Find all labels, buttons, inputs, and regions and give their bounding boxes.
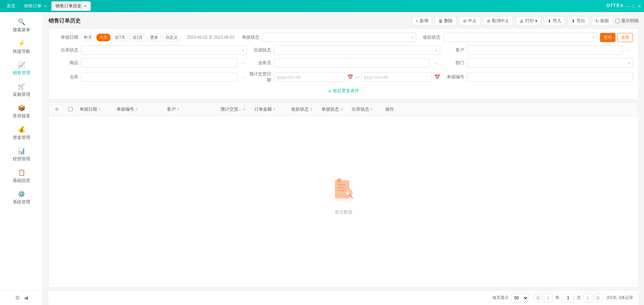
goods-input[interactable] (81, 58, 237, 68)
import-button[interactable]: ⬇ 导入 (544, 16, 565, 26)
new-button[interactable]: + 新增 (412, 16, 432, 26)
show-detail-checkbox-label[interactable]: 显示明细 (615, 18, 639, 24)
refresh-button[interactable]: ↻ 刷新 (592, 16, 613, 26)
payment-status-arrow-icon: ▾ (593, 36, 594, 39)
svg-point-10 (338, 180, 339, 181)
tab-home[interactable]: 首页 (3, 1, 19, 11)
empty-state: 暂无数据 (49, 116, 638, 287)
svg-rect-3 (337, 184, 345, 185)
cancel-stop-button[interactable]: ⊘ 取消中止 (483, 16, 513, 26)
page-size-select[interactable]: 20 50 100 (511, 294, 528, 302)
delivery-to-input[interactable] (361, 72, 432, 82)
page-unit: 页 (575, 295, 582, 301)
date-yesterday[interactable]: 昨天 (81, 34, 95, 41)
sidebar-item-quick-nav[interactable]: ⚡ 快捷导航 (0, 36, 43, 58)
th-bill-date[interactable]: 单据日期 ⇅ (77, 106, 114, 112)
date-7days[interactable]: 近7天 (112, 34, 128, 41)
tab-sales-order[interactable]: 销售订单 ✕ (20, 1, 51, 11)
label-bill-status: 单据状态 (235, 34, 262, 40)
export-button[interactable]: ⬆ 导出 (568, 16, 589, 26)
date-custom[interactable]: 自定义 (163, 34, 181, 41)
th-order-status[interactable]: 单据状态 ⇅ (319, 106, 349, 112)
settings-button[interactable]: 设置 (617, 33, 633, 42)
goods-ellipsis-icon[interactable]: ··· (239, 60, 247, 66)
pagination-bar: 每页显示 20 50 100 ⟨⟨ ⟨ 第 页 ⟩ ⟩⟩ 共0页, 0条记录 (48, 290, 639, 305)
operations-icon: 📊 (18, 147, 25, 155)
close-window-btn[interactable]: ✕ (638, 4, 641, 9)
warehouse-ellipsis-icon[interactable]: ··· (239, 74, 247, 80)
table-area: ⚙ 单据日期 ⇅ 单据编号 ⇅ 客户 ⇅ 预计交货... (48, 102, 639, 288)
th-bill-number[interactable]: 单据编号 ⇅ (114, 106, 164, 112)
first-page-btn[interactable]: ⟨⟨ (534, 294, 543, 302)
search-menu-icon: 🔍 (18, 18, 25, 26)
stop-button[interactable]: ⊘ 中止 (459, 16, 480, 26)
sidebar-item-inventory[interactable]: 📦 库存核算 (0, 101, 43, 122)
delivery-status-select[interactable]: ▾ (81, 45, 247, 55)
sidebar-item-operations[interactable]: 📊 经营管理 (0, 144, 43, 165)
next-page-btn[interactable]: ⟩ (584, 294, 592, 302)
salesperson-input[interactable] (274, 58, 430, 68)
sidebar-item-search[interactable]: 🔍 搜索菜单 (0, 15, 43, 36)
th-checkbox[interactable] (63, 107, 77, 111)
salesperson-ellipsis-icon[interactable]: ··· (432, 60, 440, 66)
department-select[interactable]: ▾ (467, 58, 633, 68)
sort-order-status-icon: ⇅ (340, 107, 343, 111)
bill-number-input[interactable] (467, 72, 633, 82)
settings-bottom-icon[interactable]: ⚙ (15, 295, 20, 301)
close-tab-sales-order-icon[interactable]: ✕ (44, 4, 47, 8)
page-number-input[interactable] (562, 294, 574, 302)
sidebar-bottom: ⚙ ◀ (0, 290, 43, 305)
filter-row-1: 单据日期 昨天 今天 近7天 近1月 更多 自定义 2023-06-02 至 2… (54, 33, 633, 42)
purchase-icon: 🛒 (18, 83, 25, 90)
delete-button[interactable]: 🗑 删除 (435, 16, 457, 26)
sidebar-item-system[interactable]: ⚙️ 系统管理 (0, 187, 43, 208)
customer-input[interactable] (467, 45, 623, 55)
select-all-checkbox[interactable] (68, 107, 73, 111)
warehouse-control: ··· (81, 72, 247, 82)
prev-page-btn[interactable]: ⟨ (544, 294, 553, 302)
label-bill-number: 单据编号 (440, 74, 467, 80)
warehouse-input[interactable] (81, 72, 237, 82)
minimize-btn[interactable]: — (625, 4, 630, 9)
th-order-amount[interactable]: 订单金额 ⇅ (252, 106, 289, 112)
system-icon: ⚙️ (18, 190, 25, 198)
bill-status-select[interactable]: ▾ (262, 33, 416, 42)
sidebar-item-basic-info[interactable]: 📋 基础信息 (0, 165, 43, 187)
sort-bill-date-icon: ⇅ (98, 107, 101, 111)
date-1month[interactable]: 近1月 (130, 34, 146, 41)
delivery-status-control: ▾ (81, 45, 247, 55)
sidebar-item-finance[interactable]: 💰 资金管理 (0, 122, 43, 144)
close-tab-sales-order-history-icon[interactable]: ✕ (84, 4, 87, 8)
payment-status-select[interactable]: ▾ (443, 33, 597, 42)
label-delivery-status: 出库状态 (54, 47, 81, 53)
query-button[interactable]: 查询 (600, 33, 615, 42)
th-settings[interactable]: ⚙ (50, 107, 63, 112)
sidebar-item-purchase[interactable]: 🛒 采购管理 (0, 79, 43, 101)
last-page-btn[interactable]: ⟩⟩ (594, 294, 602, 302)
label-goods: 商品 (54, 60, 81, 66)
inventory-icon: 📦 (18, 104, 25, 112)
complete-status-select[interactable]: ▾ (274, 45, 440, 55)
maximize-btn[interactable]: □ (632, 4, 635, 9)
date-more[interactable]: 更多 (147, 34, 161, 41)
calendar-to-icon[interactable]: 📅 (434, 74, 440, 80)
sidebar-item-sales[interactable]: 📈 销售管理 (0, 58, 43, 79)
sidebar: 🔍 搜索菜单 ⚡ 快捷导航 📈 销售管理 🛒 采购管理 📦 库存核算 💰 资金管… (0, 12, 43, 305)
th-delivery-status[interactable]: 出库状态 ⇅ (349, 106, 383, 112)
date-today[interactable]: 今天 (96, 34, 111, 41)
collapse-row[interactable]: ∧ 收起更多条件 (54, 86, 633, 95)
label-customer: 客户 (440, 47, 467, 53)
th-delivery-date[interactable]: 预计交货... ⇅ (218, 106, 252, 112)
tab-sales-order-history[interactable]: 销售订单历史 ✕ (51, 1, 91, 11)
print-arrow-icon: ▾ (535, 18, 538, 24)
goods-control: ··· (81, 58, 247, 68)
print-button[interactable]: 🖨 打印 ▾ (516, 16, 541, 26)
customer-ellipsis-icon[interactable]: ··· (625, 47, 633, 53)
calendar-from-icon[interactable]: 📅 (347, 74, 353, 80)
collapse-sidebar-icon[interactable]: ◀ (24, 295, 28, 301)
delivery-from-input[interactable] (274, 72, 344, 82)
page-label: 第 (554, 295, 561, 301)
th-customer[interactable]: 客户 ⇅ (164, 106, 218, 112)
show-detail-checkbox[interactable] (615, 19, 620, 23)
th-payment-status[interactable]: 收款状态 ⇅ (289, 106, 319, 112)
